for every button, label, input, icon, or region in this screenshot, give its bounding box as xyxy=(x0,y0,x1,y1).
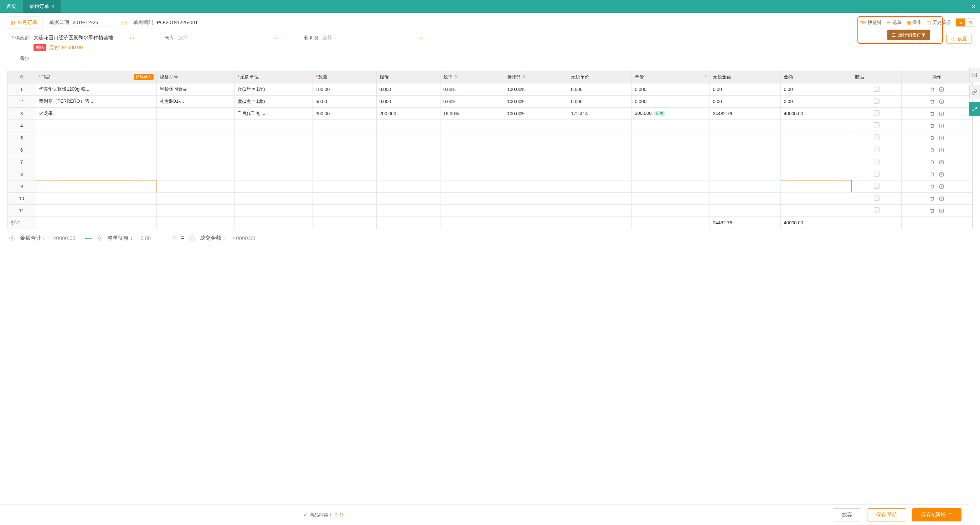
amt-cell[interactable]: 40000.00 xyxy=(781,107,852,120)
delete-icon[interactable] xyxy=(930,99,935,104)
disc-cell[interactable]: 100.00% xyxy=(504,95,568,107)
view-grid-button[interactable]: ⊞ xyxy=(966,19,975,26)
price-cell[interactable]: 0.000 xyxy=(632,95,710,107)
more-icon[interactable]: ⋯ xyxy=(130,35,135,41)
checkbox[interactable] xyxy=(874,171,880,177)
unit-cell[interactable]: 千克(1千克 ... xyxy=(234,107,313,120)
delete-icon[interactable] xyxy=(930,147,935,152)
history-badge[interactable]: 历史 xyxy=(654,111,665,116)
qty-cell[interactable]: 200.00 xyxy=(313,107,376,120)
delete-icon[interactable] xyxy=(930,86,935,92)
tax-cell[interactable]: 0.00% xyxy=(440,95,504,107)
edit-icon[interactable]: ✎ xyxy=(454,74,458,80)
checkbox[interactable] xyxy=(874,86,880,92)
product-cell[interactable] xyxy=(36,132,156,144)
tax-cell[interactable]: 0.00% xyxy=(440,83,504,95)
col-gear[interactable]: ⚙ xyxy=(8,71,36,83)
history-link[interactable]: ◱历史单据 xyxy=(926,19,951,26)
product-cell[interactable]: 费列罗（FERRERO）巧... xyxy=(36,95,156,107)
amt-notax-cell[interactable]: 34482.76 xyxy=(710,107,781,120)
total-disc-value[interactable]: 0.00 xyxy=(139,234,167,242)
amt-notax-cell[interactable]: 0.00 xyxy=(710,83,781,95)
amt-cell[interactable] xyxy=(781,180,852,192)
more-icon[interactable]: ⋯ xyxy=(274,35,279,41)
product-cell[interactable]: 火龙果 xyxy=(36,107,156,120)
spec-cell[interactable]: 礼盒装01-... xyxy=(156,95,234,107)
select-sales-order-button[interactable]: ☰ 选择销售订单 xyxy=(887,30,930,40)
ops-link[interactable]: ▦操作 xyxy=(907,19,921,26)
add-icon[interactable] xyxy=(939,123,944,128)
close-icon[interactable]: × xyxy=(51,3,54,9)
dock-expand-button[interactable] xyxy=(969,102,980,116)
unit-cell[interactable]: 斤(1斤 = 1斤) xyxy=(234,83,313,95)
price-notax-cell[interactable]: 0.000 xyxy=(568,83,632,95)
table-row[interactable]: 3火龙果千克(1千克 ...200.00200.00016.00%100.00%… xyxy=(8,107,972,120)
date-value[interactable]: 2019-12-26 xyxy=(72,19,118,26)
add-icon[interactable] xyxy=(939,99,944,104)
add-icon[interactable] xyxy=(939,171,944,177)
help-icon[interactable]: ? xyxy=(704,74,707,79)
amt-cell[interactable] xyxy=(781,144,852,156)
amt-cell[interactable] xyxy=(781,204,852,217)
table-row[interactable]: 1华美华夫软饼1200g 糕...早餐休闲食品斤(1斤 = 1斤)100.000… xyxy=(8,83,972,95)
view-list-button[interactable]: ≡ xyxy=(956,19,966,26)
table-row[interactable]: 9 xyxy=(8,180,972,192)
spec-cell[interactable] xyxy=(156,107,234,120)
price-cell[interactable]: 0.000 xyxy=(632,83,710,95)
gift-cell[interactable] xyxy=(852,83,901,95)
amt-cell[interactable] xyxy=(781,132,852,144)
quote-cell[interactable]: 0.000 xyxy=(376,95,440,107)
salesman-input[interactable]: 选择... xyxy=(322,34,415,42)
checkbox[interactable] xyxy=(874,195,880,201)
delete-icon[interactable] xyxy=(930,195,935,201)
qty-cell[interactable]: 50.00 xyxy=(313,95,376,107)
amt-cell[interactable] xyxy=(781,120,852,132)
checkbox[interactable] xyxy=(874,159,880,164)
gift-cell[interactable] xyxy=(852,180,901,192)
gift-cell[interactable] xyxy=(852,144,901,156)
amt-cell[interactable]: 0.00 xyxy=(781,95,852,107)
table-row[interactable]: 5 xyxy=(8,132,972,144)
product-cell[interactable] xyxy=(36,156,156,168)
settings-button[interactable]: 设置 xyxy=(947,34,972,44)
help-icon[interactable]: ? xyxy=(172,235,175,241)
product-cell[interactable] xyxy=(36,168,156,180)
delete-icon[interactable] xyxy=(930,135,935,140)
more-icon[interactable]: ⋯ xyxy=(937,36,942,41)
add-icon[interactable] xyxy=(939,110,944,116)
quote-cell[interactable]: 0.000 xyxy=(376,83,440,95)
table-row[interactable]: 2费列罗（FERRERO）巧...礼盒装01-...盒(1盒 = 1盒)50.0… xyxy=(8,95,972,107)
disc-cell[interactable]: 100.00% xyxy=(504,107,568,120)
gift-cell[interactable] xyxy=(852,132,901,144)
product-cell[interactable]: 华美华夫软饼1200g 糕... xyxy=(36,83,156,95)
qty-cell[interactable]: 100.00 xyxy=(313,83,376,95)
tax-cell[interactable]: 16.00% xyxy=(440,107,504,120)
add-icon[interactable] xyxy=(939,135,944,140)
add-icon[interactable] xyxy=(939,195,944,201)
gift-cell[interactable] xyxy=(852,204,901,217)
delete-icon[interactable] xyxy=(930,159,935,164)
checkbox[interactable] xyxy=(874,98,880,104)
delete-icon[interactable] xyxy=(930,184,935,189)
quote-cell[interactable]: 200.000 xyxy=(376,107,440,120)
delete-icon[interactable] xyxy=(930,110,935,116)
table-row[interactable]: 8 xyxy=(8,168,972,180)
gift-cell[interactable] xyxy=(852,168,901,180)
price-notax-cell[interactable]: 0.000 xyxy=(568,95,632,107)
dock-link-button[interactable] xyxy=(969,85,980,99)
product-cell[interactable] xyxy=(36,180,156,192)
checkbox[interactable] xyxy=(874,134,880,140)
scan-badge[interactable]: 扫码录入 xyxy=(134,74,154,80)
tab-home[interactable]: 首页 xyxy=(0,0,23,13)
amt-cell[interactable] xyxy=(781,168,852,180)
checkbox[interactable] xyxy=(874,183,880,189)
edit-icon[interactable]: ✎ xyxy=(522,74,526,80)
gift-cell[interactable] xyxy=(852,192,901,204)
delete-icon[interactable] xyxy=(930,207,935,213)
table-row[interactable]: 11 xyxy=(8,204,972,217)
gift-cell[interactable] xyxy=(852,120,901,132)
doc-type-tab[interactable]: 采购订单 xyxy=(5,16,43,29)
gift-cell[interactable] xyxy=(852,95,901,107)
price-notax-cell[interactable]: 172.414 xyxy=(568,107,632,120)
checkbox[interactable] xyxy=(874,207,880,213)
